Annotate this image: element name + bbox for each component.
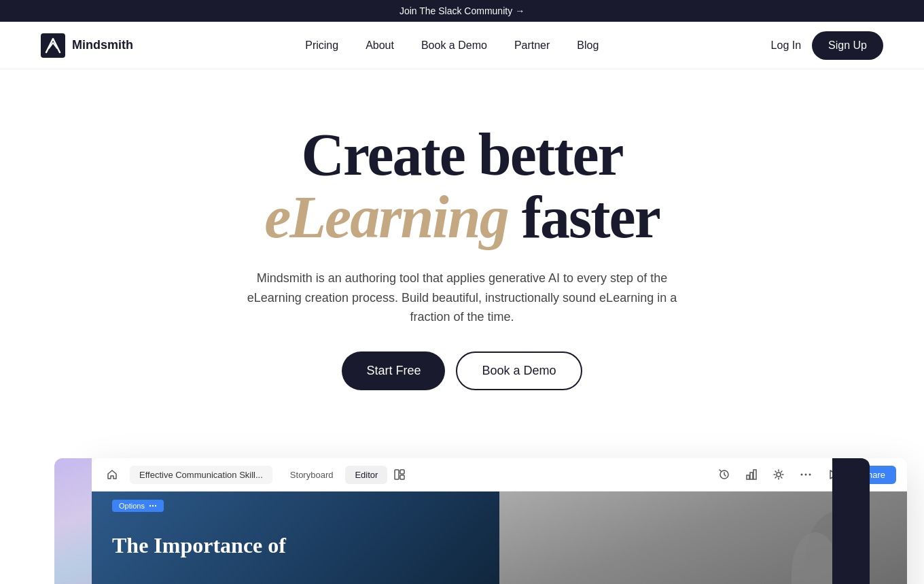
top-banner[interactable]: Join The Slack Community →	[0, 0, 924, 22]
slack-community-link[interactable]: Join The Slack Community →	[399, 5, 525, 16]
nav-pricing[interactable]: Pricing	[305, 39, 338, 51]
svg-point-11	[809, 474, 811, 476]
nav-partner[interactable]: Partner	[514, 39, 550, 51]
options-badge[interactable]: Options	[112, 500, 164, 512]
svg-rect-6	[750, 473, 753, 479]
slide-title: The Importance of	[112, 532, 479, 558]
app-toolbar: Effective Communication Skill... Storybo…	[92, 458, 907, 492]
hero-subtitle: Mindsmith is an authoring tool that appl…	[241, 269, 683, 327]
logo-text: Mindsmith	[72, 38, 133, 52]
options-dots-icon	[149, 502, 157, 510]
hero-title: Create better eLearning faster	[264, 124, 659, 250]
breadcrumb-text: Effective Communication Skill...	[139, 470, 263, 480]
nav-actions: Log In Sign Up	[771, 31, 883, 60]
svg-rect-2	[400, 470, 404, 474]
svg-rect-1	[395, 470, 399, 479]
app-window: Effective Communication Skill... Storybo…	[92, 458, 907, 584]
right-accent	[832, 458, 870, 584]
start-free-button[interactable]: Start Free	[342, 351, 445, 390]
layout-icon[interactable]	[390, 465, 409, 484]
banner-text: Join The Slack Community	[399, 5, 512, 16]
svg-point-14	[155, 505, 156, 506]
tab-editor[interactable]: Editor	[345, 466, 387, 484]
svg-rect-3	[400, 475, 404, 479]
nav-blog[interactable]: Blog	[577, 39, 599, 51]
app-breadcrumb[interactable]: Effective Communication Skill...	[130, 466, 272, 484]
left-accent	[54, 458, 92, 584]
settings-icon[interactable]	[769, 465, 788, 484]
login-button[interactable]: Log In	[771, 39, 801, 52]
hero-section: Create better eLearning faster Mindsmith…	[0, 69, 924, 431]
signup-button[interactable]: Sign Up	[812, 31, 883, 60]
svg-point-8	[777, 473, 781, 477]
logo-icon	[41, 33, 65, 58]
chart-icon[interactable]	[742, 465, 761, 484]
hero-buttons: Start Free Book a Demo	[342, 351, 582, 390]
svg-point-13	[152, 505, 154, 506]
nav-about[interactable]: About	[366, 39, 394, 51]
app-content: Options The Importance of	[92, 492, 907, 584]
svg-point-9	[801, 474, 803, 476]
history-icon[interactable]	[715, 465, 734, 484]
book-demo-button[interactable]: Book a Demo	[456, 351, 582, 390]
hero-title-line1: Create better	[264, 124, 659, 186]
home-icon[interactable]	[103, 465, 122, 484]
banner-arrow: →	[515, 5, 525, 16]
toolbar-left: Effective Communication Skill... Storybo…	[103, 465, 409, 484]
main-nav: Mindsmith Pricing About Book a Demo Part…	[0, 22, 924, 69]
svg-point-12	[149, 505, 151, 506]
more-icon[interactable]	[796, 465, 815, 484]
svg-point-10	[805, 474, 807, 476]
logo[interactable]: Mindsmith	[41, 33, 133, 58]
hero-elearning: eLearning	[264, 184, 508, 250]
svg-rect-5	[747, 475, 749, 479]
app-tabs: Storyboard Editor	[281, 465, 410, 484]
hero-title-line2: eLearning faster	[264, 186, 659, 249]
options-badge-text: Options	[119, 502, 145, 510]
app-preview-section: Effective Communication Skill... Storybo…	[0, 458, 924, 584]
app-preview-wrapper: Effective Communication Skill... Storybo…	[54, 458, 870, 584]
svg-rect-0	[41, 33, 65, 58]
slide-left: Options The Importance of	[92, 492, 499, 584]
nav-links: Pricing About Book a Demo Partner Blog	[305, 39, 599, 52]
svg-rect-7	[753, 470, 756, 479]
tab-storyboard[interactable]: Storyboard	[281, 466, 343, 484]
nav-book-demo[interactable]: Book a Demo	[421, 39, 487, 51]
hero-faster: faster	[508, 184, 660, 250]
